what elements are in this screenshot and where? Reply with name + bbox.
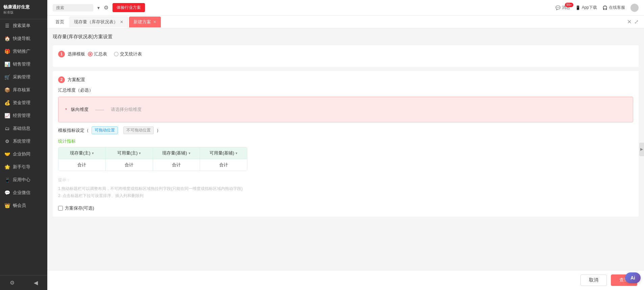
collapse-icon[interactable]: ◀ <box>31 278 41 287</box>
dimension-label: 汇总维度（必选） <box>58 87 633 93</box>
sidebar-label-finance: 资金管理 <box>13 100 30 106</box>
vertical-dim-label: 纵向维度 <box>71 106 89 113</box>
sidebar-item-finance[interactable]: 💰资金管理 <box>0 96 47 109</box>
tips-title: 提示： <box>58 176 633 184</box>
sidebar-label-search-menu: 搜索菜单 <box>13 23 30 29</box>
chevron-down-icon-2: ▾ <box>189 151 191 155</box>
step1-section: 1 选择模板 汇总表 交叉统计表 <box>53 45 639 67</box>
save-option-label: 方案保存(可选) <box>65 205 94 211</box>
online-service-btn[interactable]: 🎧 在线客服 <box>602 5 625 10</box>
draggable-badge: 可拖动位置 <box>92 126 118 134</box>
headset-icon: 🎧 <box>602 5 608 10</box>
stats-header-1[interactable]: 可用量(主)▾ <box>106 147 153 159</box>
user-avatar[interactable] <box>630 4 639 12</box>
stats-cell-label-2: 合计 <box>172 162 181 167</box>
dim-placeholder[interactable]: 请选择分组维度 <box>111 106 142 113</box>
ai-button[interactable]: Ai <box>625 272 641 283</box>
sidebar-item-search-menu[interactable]: ☰搜索菜单 <box>0 19 47 32</box>
stats-header-label-0: 现存量(主) <box>70 150 91 156</box>
tab-inventory-label: 现存量（库存状况表） <box>74 19 118 25</box>
sidebar-item-purchase[interactable]: 🛒采购管理 <box>0 71 47 83</box>
sidebar-icon-finance: 💰 <box>4 100 10 105</box>
sidebar-label-app-center: 应用中心 <box>13 177 30 183</box>
tab-inventory-status[interactable]: 现存量（库存状况表） ✕ <box>70 17 128 27</box>
step2-header: 2 方案配置 <box>58 76 633 83</box>
radio-summary-circle <box>88 52 93 56</box>
radio-cross[interactable]: 交叉统计表 <box>114 51 142 57</box>
settings-icon[interactable]: ⚙ <box>7 278 17 287</box>
close-icon[interactable]: ✕ <box>627 19 631 25</box>
sidebar-icon-marketing: 🎁 <box>4 49 10 54</box>
sidebar-item-member[interactable]: 👑畅会员 <box>0 199 47 212</box>
dropdown-icon[interactable]: ▾ <box>97 5 100 10</box>
stats-header-label-1: 可用量(主) <box>117 150 138 156</box>
radio-cross-circle <box>114 52 119 56</box>
sidebar-icon-new-guide: 🌟 <box>4 164 10 170</box>
cancel-button[interactable]: 取消 <box>580 274 607 286</box>
stats-header-3[interactable]: 可用量(基辅)▾ <box>200 147 247 159</box>
sidebar-item-cooperation[interactable]: 🤝企业协同 <box>0 148 47 161</box>
chevron-down-icon-1: ▾ <box>139 151 141 155</box>
tab-inventory-close[interactable]: ✕ <box>120 20 123 24</box>
sidebar-item-sales[interactable]: 📊销售管理 <box>0 58 47 71</box>
app-download-btn[interactable]: 📱 App下载 <box>575 5 597 10</box>
page-title: 现存量(库存状况表)方案设置 <box>53 34 639 40</box>
dimension-box: * 纵向维度 —— 请选择分组维度 <box>58 97 633 122</box>
stats-cell-1: 合计 <box>106 159 153 171</box>
industry-btn[interactable]: 体验行业方案 <box>113 3 145 12</box>
stats-header-2[interactable]: 现存量(基辅)▾ <box>153 147 200 159</box>
sidebar-item-quick-nav[interactable]: 🏠快捷导航 <box>0 32 47 45</box>
sidebar-icon-member: 👑 <box>4 203 10 208</box>
sidebar-item-marketing[interactable]: 🎁营销推广 <box>0 45 47 58</box>
sidebar-item-basic-info[interactable]: 🗂基础信息 <box>0 122 47 135</box>
stats-table: 现存量(主)▾可用量(主)▾现存量(基辅)▾可用量(基辅)▾ 合计合计合计合计 <box>58 147 247 171</box>
sidebar-item-enterprise-wechat[interactable]: 💬企业微信 <box>0 186 47 199</box>
sidebar-bottom: ⚙ ◀ <box>0 275 47 290</box>
step1-num: 1 <box>58 51 65 57</box>
sidebar-item-app-center[interactable]: 📱应用中心 <box>0 173 47 186</box>
sidebar-label-inventory: 库存核算 <box>13 87 30 93</box>
sidebar-label-cooperation: 企业协同 <box>13 151 30 157</box>
online-service-label: 在线客服 <box>609 5 625 10</box>
sidebar-item-system[interactable]: ⚙系统管理 <box>0 135 47 148</box>
topbar-right: 💬 消息 99+ 📱 App下载 🎧 在线客服 <box>555 4 639 12</box>
sidebar-item-operations[interactable]: 📈经营管理 <box>0 109 47 122</box>
sidebar-icon-sales: 📊 <box>4 62 10 67</box>
step1-header: 1 选择模板 汇总表 交叉统计表 <box>58 51 633 57</box>
save-option: 方案保存(可选) <box>58 205 633 211</box>
messages-btn[interactable]: 💬 消息 99+ <box>555 5 570 10</box>
sidebar-label-operations: 经营管理 <box>13 113 30 119</box>
tabs-bar: 首页 现存量（库存状况表） ✕ 新建方案 ✕ ✕ ⤢ <box>47 16 644 28</box>
stats-cell-0: 合计 <box>58 159 106 171</box>
tab-new-scheme[interactable]: 新建方案 ✕ <box>129 17 161 27</box>
chevron-down-icon-0: ▾ <box>92 151 94 155</box>
sidebar-item-new-guide[interactable]: 🌟新手引导 <box>0 161 47 173</box>
indicator-settings-label: 模板指标设定（ <box>58 127 89 134</box>
non-draggable-badge: 不可拖动位置 <box>123 126 154 134</box>
search-input[interactable] <box>53 4 93 11</box>
download-icon: 📱 <box>575 5 580 10</box>
save-checkbox[interactable] <box>58 206 63 211</box>
window-controls: ✕ ⤢ <box>627 19 639 25</box>
radio-summary[interactable]: 汇总表 <box>88 51 107 57</box>
stats-cell-label-3: 合计 <box>219 162 228 167</box>
stats-header-0[interactable]: 现存量(主)▾ <box>58 147 106 159</box>
content-area: 现存量(库存状况表)方案设置 1 选择模板 汇总表 交叉统计表 <box>47 28 644 270</box>
indicator-settings-end: ） <box>156 127 161 134</box>
main-area: ▾ ⚙ 体验行业方案 💬 消息 99+ 📱 App下载 🎧 在线客服 首页 现存 <box>47 0 644 290</box>
radio-summary-label: 汇总表 <box>94 51 107 57</box>
dimension-row: * 纵向维度 —— 请选择分组维度 <box>65 106 626 113</box>
sidebar-label-member: 畅会员 <box>13 202 26 209</box>
sidebar-label-quick-nav: 快捷导航 <box>13 35 30 42</box>
app-title: 畅康通好生意 <box>3 4 44 10</box>
right-collapse-btn[interactable]: ▶ <box>639 143 644 156</box>
gear-icon[interactable]: ⚙ <box>104 4 108 11</box>
sidebar-icon-app-center: 📱 <box>4 177 10 183</box>
sidebar-label-basic-info: 基础信息 <box>13 125 30 131</box>
tab-new-scheme-close[interactable]: ✕ <box>153 20 156 24</box>
sidebar-item-inventory[interactable]: 📦库存核算 <box>0 83 47 96</box>
tab-home[interactable]: 首页 <box>53 19 67 25</box>
expand-icon[interactable]: ⤢ <box>634 19 639 25</box>
sidebar: 畅康通好生意 标准版 ☰搜索菜单🏠快捷导航🎁营销推广📊销售管理🛒采购管理📦库存核… <box>0 0 47 290</box>
tip-line-2: 2. 点击标题栏下拉可设置排序、插入列和删除列 <box>58 192 633 200</box>
